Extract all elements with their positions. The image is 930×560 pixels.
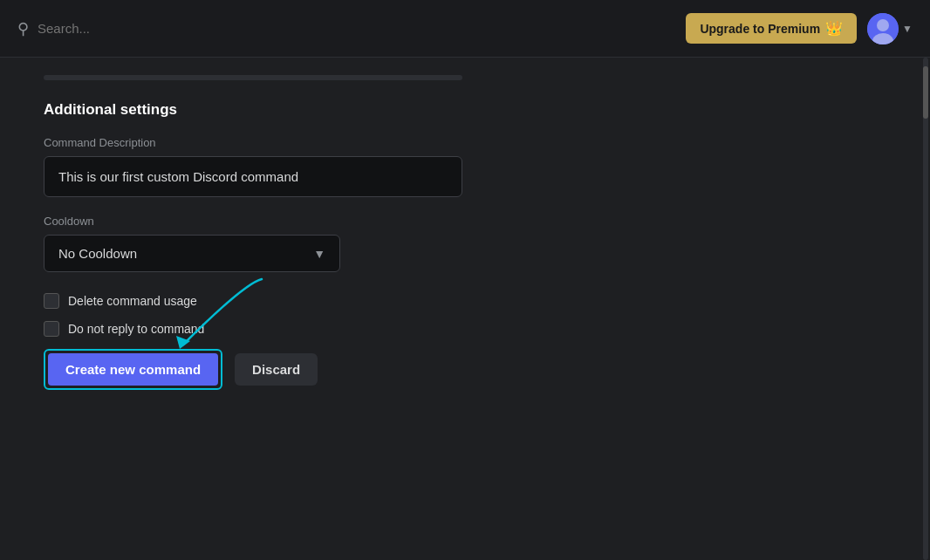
upgrade-label: Upgrade to Premium [700, 22, 820, 36]
cooldown-select[interactable]: No Cooldown ▼ [44, 235, 340, 272]
scroll-indicator [44, 75, 462, 80]
svg-point-1 [877, 19, 889, 31]
arrow-annotation [157, 275, 279, 353]
search-icon: ⚲ [17, 19, 29, 38]
buttons-row: Create new command Discard [44, 349, 895, 390]
avatar-area[interactable]: ▼ [867, 13, 913, 44]
discard-button[interactable]: Discard [235, 353, 318, 386]
delete-command-row: Delete command usage [44, 293, 895, 309]
avatar [867, 13, 899, 44]
top-right: Upgrade to Premium 👑 ▼ [686, 13, 913, 44]
noreply-command-label: Do not reply to command [68, 322, 204, 336]
content-area: Additional settings Command Description … [0, 58, 930, 560]
svg-marker-3 [176, 336, 190, 349]
top-bar: ⚲ Upgrade to Premium 👑 ▼ [0, 0, 930, 58]
delete-command-checkbox[interactable] [44, 293, 59, 309]
cooldown-label: Cooldown [44, 215, 895, 228]
description-label: Command Description [44, 136, 895, 149]
noreply-command-row: Do not reply to command [44, 321, 895, 337]
delete-command-label: Delete command usage [68, 294, 197, 308]
section-title: Additional settings [44, 101, 895, 119]
chevron-down-icon: ▼ [902, 23, 913, 35]
main-content: Additional settings Command Description … [0, 58, 930, 560]
cooldown-dropdown-arrow: ▼ [313, 247, 325, 261]
search-input[interactable] [38, 21, 212, 36]
create-button-wrapper: Create new command [44, 349, 222, 390]
noreply-command-checkbox[interactable] [44, 321, 59, 337]
cooldown-value: No Cooldown [58, 246, 137, 261]
upgrade-button[interactable]: Upgrade to Premium 👑 [686, 13, 857, 44]
crown-icon: 👑 [825, 20, 843, 37]
create-command-button[interactable]: Create new command [48, 353, 218, 386]
scrollbar-thumb [923, 66, 928, 119]
search-area: ⚲ [17, 19, 212, 38]
description-input[interactable] [44, 156, 462, 197]
scrollbar[interactable] [923, 58, 928, 560]
